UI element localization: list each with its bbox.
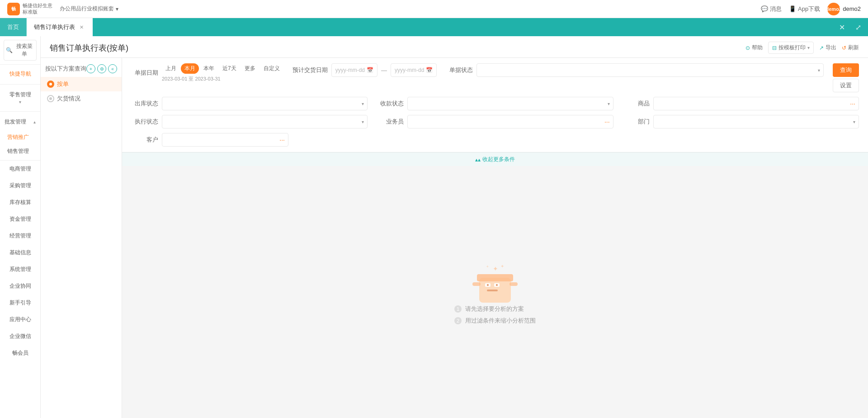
- customer-input[interactable]: [162, 133, 288, 147]
- exec-status-select[interactable]: [162, 115, 368, 128]
- date-tab-this-month[interactable]: 本月: [181, 63, 199, 74]
- sidebar-item-sales[interactable]: 销售管理: [0, 144, 40, 158]
- goods-input[interactable]: [653, 97, 859, 110]
- retail-expand-icon: ▾: [19, 100, 21, 104]
- logo-icon: 畅: [7, 3, 20, 15]
- doc-status-select[interactable]: [476, 63, 824, 77]
- user-area[interactable]: demo2 demo2: [827, 3, 861, 15]
- tab-close-window-btn[interactable]: ✕: [835, 21, 848, 33]
- logo-area: 畅 畅捷信好生意 标准版: [7, 3, 52, 15]
- sidebar-section-retail: 零售管理 ▾: [0, 85, 40, 112]
- help-btn[interactable]: ⊙ 帮助: [745, 44, 763, 52]
- industry-selector[interactable]: 办公用品行业模拟账套 ▾: [56, 3, 122, 14]
- calendar-to-icon: 📅: [426, 67, 433, 73]
- empty-state: ✦ ✦ ✦ 1 请先选择要分析的方案 2: [122, 166, 868, 418]
- date-tab-more[interactable]: 更多: [241, 63, 259, 74]
- payment-status-cell: 收款状态 ▾: [377, 97, 613, 110]
- sidebar-search-btn[interactable]: 🔍 搜索菜单: [4, 40, 37, 61]
- date-label: 单据日期: [131, 69, 158, 77]
- payment-status-select[interactable]: [407, 97, 613, 110]
- sidebar-item-purchase[interactable]: 采购管理: [3, 178, 38, 193]
- doc-status-label: 单据状态: [446, 66, 473, 74]
- svg-text:✦: ✦: [486, 265, 489, 269]
- refresh-btn[interactable]: ↺ 刷新: [842, 44, 859, 52]
- date-tabs: 上月 本月 本年 近7天 更多 自定义: [162, 63, 283, 74]
- page-header: 销售订单执行表(按单) ⊙ 帮助 ⊟ 按模板打印 ▾ ↗ 导出 ↺ 刷新: [41, 36, 868, 58]
- sidebar-item-ecommerce[interactable]: 电商管理: [3, 162, 38, 176]
- top-bar: 畅 畅捷信好生意 标准版 办公用品行业模拟账套 ▾ 💬 消息 📱 App下载 d…: [0, 0, 868, 18]
- svg-rect-10: [472, 282, 481, 286]
- delivery-status-select[interactable]: [162, 97, 368, 110]
- plan-settings-btn[interactable]: ⚙: [97, 64, 106, 73]
- empty-state-icon: ✦ ✦ ✦: [468, 260, 522, 305]
- goods-ellipsis-icon[interactable]: ···: [850, 100, 855, 107]
- page-header-actions: ⊙ 帮助 ⊟ 按模板打印 ▾ ↗ 导出 ↺ 刷新: [745, 42, 859, 54]
- sidebar-item-retail[interactable]: 零售管理 ▾: [3, 87, 38, 109]
- settings-btn[interactable]: 设置: [833, 79, 859, 92]
- sidebar-quick-nav: 快捷导航: [0, 65, 40, 85]
- dept-cell: 部门 ▾: [623, 115, 859, 128]
- date-tab-this-year[interactable]: 本年: [200, 63, 218, 74]
- export-icon: ↗: [819, 45, 824, 51]
- sidebar-item-company[interactable]: 企业协同: [3, 279, 38, 294]
- salesperson-ellipsis-icon[interactable]: ···: [604, 118, 610, 125]
- tab-maximize-btn[interactable]: ⤢: [852, 21, 864, 33]
- message-btn[interactable]: 💬 消息: [761, 5, 782, 13]
- filter-panel: 单据日期 上月 本月 本年 近7天 更多 自定义 20: [122, 58, 868, 152]
- expected-date-from[interactable]: yyyy-mm-dd 📅: [331, 63, 377, 77]
- svg-rect-1: [477, 274, 513, 281]
- customer-ellipsis-icon[interactable]: ···: [279, 136, 285, 143]
- sidebar-item-appstore[interactable]: 应用中心: [3, 312, 38, 327]
- industry-dropdown-icon: ▾: [116, 6, 118, 12]
- salesperson-input[interactable]: [407, 115, 613, 128]
- plan-item-by-order-label: 按单: [57, 80, 69, 88]
- plan-item-by-order[interactable]: 按单: [41, 77, 122, 91]
- sidebar-quick-nav-title: 快捷导航: [0, 68, 40, 81]
- dept-select[interactable]: [653, 115, 859, 128]
- help-icon: ⊙: [745, 45, 750, 51]
- plan-item-by-debt[interactable]: 欠货情况: [41, 91, 122, 106]
- plan-add-btn[interactable]: +: [86, 64, 95, 73]
- export-btn[interactable]: ↗ 导出: [819, 44, 836, 52]
- exec-status-cell: 执行状态 ▾: [131, 115, 368, 128]
- sidebar-item-wholesale[interactable]: 批发管理 ▴: [3, 114, 38, 129]
- filter-row-3: 执行状态 ▾ 业务员 ··: [131, 115, 859, 128]
- sidebar-item-basic[interactable]: 基础信息: [3, 245, 38, 260]
- sidebar-section-wholesale: 批发管理 ▴ 营销推广 销售管理: [0, 112, 40, 161]
- sidebar-item-operation[interactable]: 经营管理: [3, 228, 38, 243]
- empty-tip-1: 1 请先选择要分析的方案: [454, 305, 536, 313]
- expected-date-to[interactable]: yyyy-mm-dd 📅: [391, 63, 437, 77]
- payment-status-label: 收款状态: [377, 100, 404, 108]
- search-btn[interactable]: 查询: [833, 63, 859, 77]
- tab-bar: 首页 销售订单执行表 ✕ ✕ ⤢: [0, 18, 868, 36]
- filter-row-1: 单据日期 上月 本月 本年 近7天 更多 自定义 20: [131, 63, 859, 92]
- tab-home[interactable]: 首页: [0, 18, 27, 36]
- top-bar-left: 畅 畅捷信好生意 标准版 办公用品行业模拟账套 ▾: [7, 3, 122, 15]
- sidebar-item-system[interactable]: 系统管理: [3, 262, 38, 277]
- svg-text:✦: ✦: [500, 264, 504, 269]
- filter-result-area: 单据日期 上月 本月 本年 近7天 更多 自定义 20: [122, 58, 868, 418]
- sidebar: 🔍 搜索菜单 快捷导航 零售管理 ▾ 批发管理 ▴ 营销推广 销售管理 电商管理…: [0, 36, 41, 418]
- tab-sales-exec[interactable]: 销售订单执行表 ✕: [27, 18, 93, 36]
- logo-text: 畅捷信好生意 标准版: [23, 3, 52, 14]
- date-tab-last-7[interactable]: 近7天: [219, 63, 240, 74]
- sidebar-item-finance[interactable]: 资金管理: [3, 212, 38, 227]
- sidebar-item-inventory[interactable]: 库存核算: [3, 195, 38, 210]
- date-tab-custom[interactable]: 自定义: [260, 63, 283, 74]
- sidebar-item-member[interactable]: 畅会员: [3, 346, 38, 361]
- date-tab-last-month[interactable]: 上月: [162, 63, 180, 74]
- sidebar-item-marketing[interactable]: 营销推广: [0, 130, 40, 144]
- print-btn[interactable]: ⊟ 按模板打印 ▾: [768, 42, 814, 54]
- tip-num-2: 2: [454, 317, 462, 324]
- delivery-status-cell: 出库状态 ▾: [131, 97, 368, 110]
- collapse-bar[interactable]: ▴▴ 收起更多条件: [122, 152, 868, 166]
- sidebar-item-wxwork[interactable]: 企业微信: [3, 329, 38, 344]
- plan-collapse-btn[interactable]: «: [108, 64, 117, 73]
- app-download-icon: 📱: [789, 5, 796, 12]
- tab-close-icon[interactable]: ✕: [78, 24, 85, 31]
- app-download-btn[interactable]: 📱 App下载: [789, 5, 820, 13]
- search-icon: 🔍: [6, 47, 13, 53]
- sidebar-item-guide[interactable]: 新手引导: [3, 295, 38, 310]
- content-area: 销售订单执行表(按单) ⊙ 帮助 ⊟ 按模板打印 ▾ ↗ 导出 ↺ 刷新: [41, 36, 868, 418]
- empty-tips: 1 请先选择要分析的方案 2 用过滤条件来缩小分析范围: [454, 305, 536, 325]
